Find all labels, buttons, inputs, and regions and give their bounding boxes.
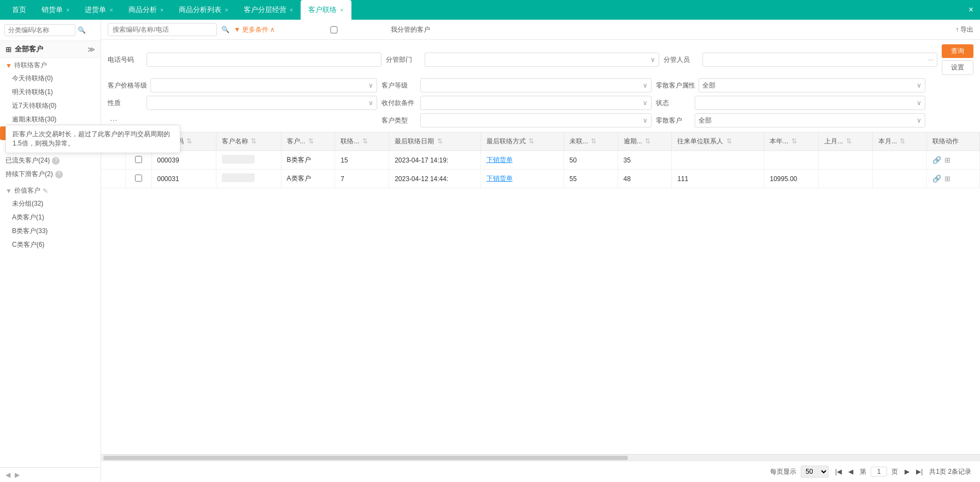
row-link-icon-1[interactable]: 🔗 <box>932 175 941 183</box>
filter-cell-customer-type: 客户类型 ∨ <box>382 113 651 127</box>
sidebar-item-class-c[interactable]: C类客户(6) <box>0 238 101 252</box>
row-last-month-0 <box>819 151 873 170</box>
settings-button[interactable]: 设置 <box>942 60 973 75</box>
sidebar-item-declining[interactable]: 持续下滑客户(2) ? <box>0 167 101 181</box>
nav-purchase[interactable]: 进货单 × <box>77 0 120 20</box>
sort-last-date-icon[interactable]: ⇅ <box>437 137 443 145</box>
price-grade-select[interactable]: ∨ <box>150 78 377 92</box>
sort-last-method-icon[interactable]: ⇅ <box>529 137 534 145</box>
all-customers-header[interactable]: ⊞ 全部客户 ≫ <box>0 41 101 58</box>
col-last-date: 最后联络日期 ⇅ <box>389 132 480 151</box>
current-page-input[interactable]: 1 <box>871 467 887 477</box>
close-purchase-tab[interactable]: × <box>109 7 113 13</box>
sidebar-item-ungrouped[interactable]: 未分组(32) <box>0 197 101 211</box>
tooltip-box: 距客户上次交易时长，超过了此客户的平均交易周期的1.5倍，则视为异常。 <box>5 125 180 153</box>
table-footer: 每页显示 50 100 200 |◀ ◀ 第 1 页 ▶ ▶| 共1页 2条记录 <box>101 461 980 482</box>
close-customer-contact-tab[interactable]: × <box>340 7 343 13</box>
customer-grade-select[interactable]: ∨ <box>420 78 651 92</box>
export-button[interactable]: ↑ 导出 <box>955 25 973 34</box>
sort-code-icon[interactable]: ⇅ <box>186 137 192 145</box>
page-last-btn[interactable]: ▶| <box>914 467 925 477</box>
filter-cell-person: 分管人员 ··· <box>664 53 937 67</box>
close-sales-tab[interactable]: × <box>66 7 69 13</box>
payment-label: 收付款条件 <box>382 98 417 108</box>
filter-rows-container: 电话号码 分管部门 ∨ 分管人员 ··· 查询 <box>101 40 980 132</box>
sort-this-month-icon[interactable]: ⇅ <box>900 137 905 145</box>
nav-home[interactable]: 首页 <box>4 0 34 20</box>
sort-contact2-icon[interactable]: ⇅ <box>726 137 732 145</box>
my-customer-checkbox[interactable] <box>279 26 389 33</box>
person-select[interactable]: ··· <box>702 53 937 67</box>
pending-contact-group[interactable]: ▼ 待联络客户 <box>0 58 101 72</box>
sidebar-item-class-a[interactable]: A类客户(1) <box>0 211 101 224</box>
sort-this-year-icon[interactable]: ⇅ <box>791 137 797 145</box>
row-checkbox-input-1[interactable] <box>135 175 142 182</box>
sidebar-item-churned[interactable]: 已流失客户(24) ? <box>0 154 101 167</box>
horizontal-scrollbar[interactable] <box>101 454 980 461</box>
search-icon[interactable]: 🔍 <box>221 26 230 33</box>
close-product-analysis-tab[interactable]: × <box>160 7 163 13</box>
more-dots-btn[interactable]: ··· <box>108 115 119 125</box>
nav-customer-tier[interactable]: 客户分层经营 × <box>236 0 301 20</box>
close-product-list-tab[interactable]: × <box>225 7 228 13</box>
sort-last-month-icon[interactable]: ⇅ <box>846 137 852 145</box>
nav-customer-contact[interactable]: 客户联络 × <box>301 0 351 20</box>
row-last-method-0[interactable]: 下销货单 <box>480 151 564 170</box>
row-link-icon-0[interactable]: 🔗 <box>932 156 941 164</box>
pagination: |◀ ◀ 第 1 页 ▶ ▶| <box>833 466 925 478</box>
sidebar-item-tomorrow[interactable]: 明天待联络(1) <box>0 85 101 99</box>
sidebar-prev-icon[interactable]: ◀ <box>5 471 10 479</box>
content-area: 🔍 ▼ 更多条件 ∧ 我分管的客户 ↑ 导出 电话号码 <box>101 20 980 482</box>
sort-contact-icon[interactable]: ⇅ <box>362 137 368 145</box>
nav-sales[interactable]: 销货单 × <box>34 0 77 20</box>
sidebar-item-7days[interactable]: 近7天待联络(0) <box>0 99 101 113</box>
sidebar-next-icon[interactable]: ▶ <box>15 471 20 479</box>
row-checkbox-input-0[interactable] <box>135 156 142 163</box>
page-first-btn[interactable]: |◀ <box>833 467 844 477</box>
main-layout: 🔍 ⊞ 全部客户 ≫ ▼ 待联络客户 今天待联络(0) 明天待联络(1) 近7天… <box>0 20 980 482</box>
status-select[interactable]: ∨ <box>695 96 925 110</box>
row-last-method-1[interactable]: 下销货单 <box>480 170 564 188</box>
retail-label: 零散客户 <box>656 116 691 125</box>
sort-name-icon[interactable]: ⇅ <box>251 137 256 145</box>
nav-product-list[interactable]: 商品分析列表 × <box>171 0 236 20</box>
window-close-btn[interactable]: × <box>969 5 973 15</box>
per-page-select[interactable]: 50 100 200 <box>801 466 829 478</box>
my-customer-checkbox-label[interactable]: 我分管的客户 <box>279 25 430 34</box>
person-dots-icon: ··· <box>928 56 934 63</box>
nav-product-analysis[interactable]: 商品分析 × <box>121 0 171 20</box>
sidebar-item-today[interactable]: 今天待联络(0) <box>0 72 101 85</box>
more-filter-btn[interactable]: ▼ 更多条件 ∧ <box>234 25 275 34</box>
scrollbar-thumb[interactable] <box>103 456 628 460</box>
category-search-icon[interactable]: 🔍 <box>78 26 86 34</box>
retail-attr-select[interactable]: 全部 ∨ <box>699 78 925 92</box>
row-this-year-0 <box>764 151 819 170</box>
edit-group-icon[interactable]: ✎ <box>43 187 48 195</box>
payment-chevron-icon: ∨ <box>643 99 648 107</box>
retail-select[interactable]: 全部 ∨ <box>695 113 925 127</box>
phone-input[interactable] <box>146 53 382 67</box>
sort-overdue-icon[interactable]: ⇅ <box>645 137 650 145</box>
payment-select[interactable]: ∨ <box>420 96 651 110</box>
page-next-btn[interactable]: ▶ <box>902 467 912 477</box>
page-label: 第 <box>858 466 868 478</box>
filter-cell-retail-attr: 零散客户属性 全部 ∨ <box>656 78 925 92</box>
search-input[interactable] <box>108 23 217 36</box>
close-customer-tier-tab[interactable]: × <box>290 7 293 13</box>
dept-select[interactable]: ∨ <box>425 53 660 67</box>
sidebar-item-class-b[interactable]: B类客户(33) <box>0 224 101 238</box>
row-not-contacted-1: 55 <box>564 170 618 188</box>
query-button[interactable]: 查询 <box>942 44 973 58</box>
page-prev-btn[interactable]: ◀ <box>846 467 855 477</box>
sort-not-contacted-icon[interactable]: ⇅ <box>591 137 596 145</box>
collapse-icon[interactable]: ≫ <box>87 45 95 54</box>
nature-select[interactable]: ∨ <box>146 96 377 110</box>
sort-type-icon[interactable]: ⇅ <box>308 137 314 145</box>
row-grid-icon-1[interactable]: ⊞ <box>944 175 950 183</box>
category-search-input[interactable] <box>4 24 75 36</box>
customer-type-select[interactable]: ∨ <box>420 113 651 127</box>
value-customer-group[interactable]: ▼ 价值客户 ✎ <box>0 183 101 197</box>
row-grid-icon-0[interactable]: ⊞ <box>944 156 950 164</box>
person-label: 分管人员 <box>664 55 699 65</box>
row-name-0 <box>216 151 281 170</box>
